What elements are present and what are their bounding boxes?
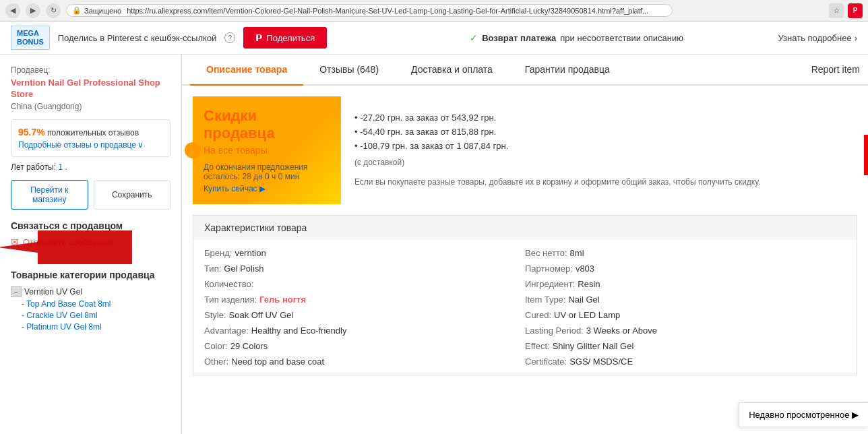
characteristics-header: Характеристики товара (193, 216, 857, 240)
top-bar: MEGA BONUS Поделись в Pinterest с кешбэк… (0, 22, 868, 55)
tab-description[interactable]: Описание товара (190, 55, 303, 86)
char-ingredient: Ингредиент: Resin (525, 279, 846, 289)
detailed-reviews-link[interactable]: Подробные отзывы о продавце ∨ (18, 140, 163, 150)
send-message-link[interactable]: ✉ Отправить сообщение (11, 237, 170, 247)
char-weight: Вес нетто: 8ml (525, 248, 846, 258)
category-verntion-uv-gel[interactable]: − Verntion UV Gel (11, 286, 170, 297)
seller-location: China (Guangdong) (11, 102, 170, 111)
seller-name[interactable]: Verntion Nail Gel Professional Shop Stor… (11, 78, 170, 100)
characteristics-grid: Бренд: verntion Тип: Gel Polish Количест… (193, 240, 857, 375)
discount-item-1: -27,20 грн. за заказ от 543,92 грн. (354, 113, 844, 123)
back-button[interactable]: ◀ (5, 3, 20, 18)
vozrat-label: Возврат платежа (482, 33, 556, 43)
forward-button[interactable]: ▶ (26, 3, 40, 18)
svg-marker-0 (0, 230, 132, 264)
char-quantity: Количество: (204, 279, 525, 289)
discount-item-2: -54,40 грн. за заказ от 815,88 грн. (354, 127, 844, 137)
promo-title: Скидки продавца (204, 107, 330, 142)
char-item-type: Item Type: Nail Gel (525, 294, 846, 305)
go-to-store-button[interactable]: Перейти к магазину (11, 180, 88, 210)
rating-box: 95.7% положительных отзывов Подробные от… (11, 119, 170, 157)
promo-diamond-icon (185, 142, 201, 158)
char-other: Other: Need top and base coat (204, 356, 525, 367)
arrow-decoration (0, 227, 132, 268)
checkmark-icon: ✓ (470, 32, 478, 43)
browser-extensions: ☆ P (829, 3, 863, 18)
characteristics-section: Характеристики товара Бренд: verntion Ти… (193, 215, 857, 375)
extension-icon-star[interactable]: ☆ (829, 3, 844, 18)
contact-seller-title: Связаться с продавцом (11, 220, 170, 231)
char-cured: Cured: UV or LED Lamp (525, 310, 846, 320)
promo-countdown-label: До окончания предложения осталось: 28 дн… (204, 162, 330, 181)
discounts-column: -27,20 грн. за заказ от 543,92 грн. -54,… (341, 96, 857, 204)
extension-icon-pinterest[interactable]: P (848, 3, 863, 18)
url-text: https://ru.aliexpress.com/item/Verntion-… (127, 7, 648, 15)
lock-icon: 🔒 (72, 6, 82, 15)
chevron-right-icon: › (855, 33, 857, 43)
char-certificate: Certificate: SGS/ MSDS/CE (525, 356, 846, 367)
char-advantage: Advantage: Healthy and Eco-friendly (204, 326, 525, 336)
rating-desc: положительных отзывов (47, 128, 139, 137)
years-link[interactable]: 1 (58, 162, 63, 172)
pinterest-share-button[interactable]: 𝗣 Поделиться (243, 27, 327, 49)
promo-subtitle: На все товары (204, 145, 330, 156)
characteristics-right-col: Вес нетто: 8ml Партномер: v803 Ингредиен… (525, 248, 846, 367)
seller-label: Продавец: (11, 65, 170, 75)
category-sub-crackle[interactable]: - Crackle UV Gel 8ml (22, 311, 170, 320)
collapse-icon[interactable]: − (11, 286, 22, 297)
vozrat-desc: при несоответствии описанию (560, 33, 683, 43)
promo-section: Скидки продавца На все товары До окончан… (182, 86, 868, 215)
main-layout: Продавец: Verntion Nail Gel Professional… (0, 55, 868, 434)
mega-bonus-badge: MEGA BONUS (11, 26, 50, 50)
char-type: Тип: Gel Polish (204, 264, 525, 274)
secure-label: Защищено (84, 7, 121, 15)
char-product-type: Тип изделия: Гель ногтя (204, 294, 525, 305)
characteristics-left-col: Бренд: verntion Тип: Gel Polish Количест… (204, 248, 525, 367)
uznat-podrobnee-link[interactable]: Узнать подробнее › (778, 33, 857, 43)
category-sub-top-coat[interactable]: - Top And Base Coat 8ml (22, 299, 170, 309)
tab-delivery[interactable]: Доставка и оплата (395, 55, 509, 86)
rating-percent: 95.7% (18, 127, 45, 137)
categories-title: Товарные категории продавца (11, 269, 170, 281)
recently-viewed-button[interactable]: Недавно просмотренное ▶ (739, 402, 868, 427)
refresh-button[interactable]: ↻ (46, 3, 61, 18)
red-accent-bar (864, 135, 868, 175)
pinterest-share-text: Поделись в Pinterest с кешбэк-ссылкой (58, 33, 217, 43)
seller-actions: Перейти к магазину Сохранить (11, 180, 170, 210)
envelope-icon: ✉ (11, 237, 19, 247)
category-sub-platinum[interactable]: - Platinum UV Gel 8ml (22, 322, 170, 332)
question-icon[interactable]: ? (224, 32, 235, 43)
delivery-tip: Если вы покупаете разные товары, добавьт… (354, 177, 844, 188)
tab-reviews[interactable]: Отзывы (648) (303, 55, 395, 86)
browser-bar: ◀ ▶ ↻ 🔒 Защищено https://ru.aliexpress.c… (0, 0, 868, 22)
seller-years: Лет работы: 1 . (11, 162, 170, 172)
chevron-down-icon: ∨ (137, 140, 144, 150)
content-area: Описание товара Отзывы (648) Доставка и … (182, 55, 868, 434)
char-color: Color: 29 Colors (204, 341, 525, 351)
seller-sidebar: Продавец: Verntion Nail Gel Professional… (0, 55, 182, 434)
pinterest-logo-icon: 𝗣 (255, 32, 262, 43)
char-brand: Бренд: verntion (204, 248, 525, 258)
save-button[interactable]: Сохранить (94, 180, 171, 210)
tabs-bar: Описание товара Отзывы (648) Доставка и … (182, 55, 868, 86)
address-bar[interactable]: 🔒 Защищено https://ru.aliexpress.com/ite… (66, 4, 673, 17)
report-item-link[interactable]: Report item (811, 55, 860, 84)
promo-banner: Скидки продавца На все товары До окончан… (193, 96, 341, 204)
delivery-note: (с доставкой) (354, 158, 844, 167)
buy-now-link[interactable]: Купить сейчас ▶ (204, 184, 330, 193)
char-style: Style: Soak Off UV Gel (204, 310, 525, 320)
char-partnomer: Партномер: v803 (525, 264, 846, 274)
char-effect: Effect: Shiny Glitter Nail Gel (525, 341, 846, 351)
char-lasting-period: Lasting Period: 3 Weeks or Above (525, 326, 846, 336)
discount-item-3: -108,79 грн. за заказ от 1 087,84 грн. (354, 141, 844, 151)
tab-guarantees[interactable]: Гарантии продавца (509, 55, 626, 86)
